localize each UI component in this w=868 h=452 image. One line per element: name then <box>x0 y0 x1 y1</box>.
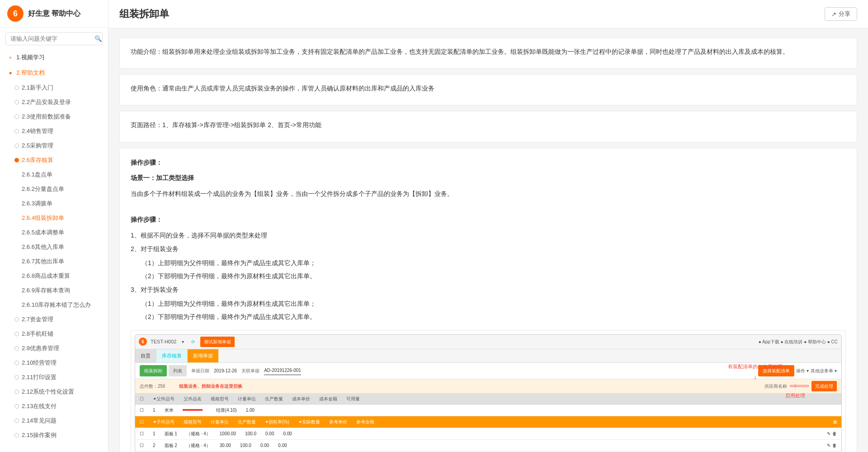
nav-subsub-label: 2.6.7其他出库单 <box>22 257 64 266</box>
row-val1: 1.00 <box>246 406 255 414</box>
sidebar-item-purchase[interactable]: 2.5采购管理 <box>0 138 108 153</box>
mock-refresh-icon: ⟳ <box>191 338 195 346</box>
brow2-check[interactable]: ☐ <box>140 441 144 450</box>
bcol-actual: ✦实际数量 <box>298 418 320 426</box>
mock-btn-list[interactable]: 列表 <box>169 365 187 376</box>
mock-dropdown-icon: ▾ <box>182 338 184 346</box>
sidebar-item-partial-stocktake[interactable]: 2.6.2分量盘点单 <box>0 182 108 196</box>
mock-tab-inventory[interactable]: 库存核算 <box>156 349 188 362</box>
dot-icon <box>14 404 19 409</box>
brow1-v2: 1000.00 <box>220 429 236 438</box>
mock-new-btn[interactable]: 测试新增单据 <box>200 337 235 347</box>
sidebar-item-stocktake[interactable]: 2.6.1盘点单 <box>0 167 108 182</box>
brow2-name: 面板 2 <box>165 441 177 450</box>
row-check[interactable]: ☐ <box>140 406 144 414</box>
nav-section: ＋ 1.视频学习 ● 2.帮助文档 2.1新手入门 2.2产品安装及登录 2.3… <box>0 50 108 442</box>
share-icon: ↗ <box>831 11 836 18</box>
nav-sub-label: 2.6库存核算 <box>22 156 53 164</box>
search-input[interactable] <box>6 33 91 45</box>
mock-table-row-top: ☐ 1 米米 结算(4.10) 1.00 <box>135 404 841 416</box>
sidebar-item-coupon[interactable]: 2.9优惠券管理 <box>0 341 108 356</box>
col-parent-code: ✦父件品号 <box>153 395 175 403</box>
sidebar-item-faq[interactable]: 2.14常见问题 <box>0 414 108 428</box>
sidebar-item-other-in[interactable]: 2.6.6其他入库单 <box>0 240 108 254</box>
brow1-check[interactable]: ☐ <box>140 429 144 438</box>
nav-sub-label: 2.12系统个性化设置 <box>22 388 74 396</box>
plus-icon: ＋ <box>7 54 14 61</box>
sidebar-item-mobile[interactable]: 2.8手机旺铺 <box>0 327 108 341</box>
sidebar-item-ledger-wrong[interactable]: 2.6.10库存账本错了怎么办 <box>0 298 108 312</box>
sidebar-item-capital[interactable]: 2.7资金管理 <box>0 312 108 327</box>
mock-btn-more[interactable]: 操作 ▾ <box>796 366 809 375</box>
mock-tab-home[interactable]: 自贡 <box>135 349 156 362</box>
sidebar-item-other-out[interactable]: 2.6.7其他出库单 <box>0 254 108 269</box>
sidebar-item-print[interactable]: 2.11打印设置 <box>0 370 108 385</box>
search-button[interactable]: 🔍 <box>91 33 103 45</box>
sidebar-item-online-pay[interactable]: 2.13在线支付 <box>0 399 108 414</box>
mock-confirm-btn[interactable]: 完成处理 <box>811 381 837 391</box>
nav-sub-label: 2.1新手入门 <box>22 84 53 92</box>
sidebar-item-assembly[interactable]: 2.6.4组装拆卸单 <box>0 211 108 225</box>
brow1-actions: ✎ 🗑 <box>827 429 837 438</box>
dot-icon <box>14 390 19 394</box>
brow1-delete[interactable]: 🗑 <box>832 429 837 438</box>
sidebar-item-inventory[interactable]: 2.6库存核算 <box>0 153 108 167</box>
step2-2: （2）下部明细为子件明细，最终作为原材料生成其它出库单。 <box>142 270 846 282</box>
nav-sub-label: 2.5采购管理 <box>22 142 53 150</box>
bcol-expand[interactable]: ⊠ <box>833 418 837 426</box>
annotation1-text: 有装配清单的在这里处理 <box>728 362 783 371</box>
sidebar-item-newbie[interactable]: 2.1新手入门 <box>0 81 108 95</box>
sidebar-item-system[interactable]: 2.12系统个性化设置 <box>0 385 108 399</box>
nav-sub-label: 2.11打印设置 <box>22 373 57 381</box>
mock-tab-new[interactable]: 新增单据 <box>188 349 218 362</box>
brow1-edit[interactable]: ✎ <box>827 429 830 438</box>
bcol-total: 参考金额 <box>356 418 374 426</box>
sidebar-item-video[interactable]: ＋ 1.视频学习 <box>0 50 108 65</box>
main-area: 组装拆卸单 ↗ 分享 功能介绍：组装拆卸单用来处理企业组装或拆卸等加工业务，支持… <box>108 0 868 452</box>
brow2-v3: 100.0 <box>240 441 251 450</box>
sidebar-item-docs[interactable]: ● 2.帮助文档 <box>0 65 108 81</box>
sidebar-item-install[interactable]: 2.2产品安装及登录 <box>0 95 108 109</box>
sidebar-item-cost-reset[interactable]: 2.6.8商品成本重算 <box>0 269 108 283</box>
dot-open-icon <box>14 158 19 162</box>
dot-icon <box>14 317 19 322</box>
sidebar-item-data-prep[interactable]: 2.3使用前数据准备 <box>0 109 108 124</box>
mock-btn-print[interactable]: 其他业务单 ▾ <box>811 366 837 375</box>
mock-date-val: 2019-12-26 <box>214 366 237 375</box>
mock-bottom-header: ☐ ✦子件品号 规格型号 计量单位 生产数量 ✦损耗率(%) ✦实际数量 参考单… <box>135 416 841 428</box>
brow1-v5: 0.00 <box>283 429 292 438</box>
main-header: 组装拆卸单 ↗ 分享 <box>108 0 868 29</box>
sidebar-header: 6 好生意 帮助中心 <box>0 0 108 28</box>
sidebar-item-label: 2.帮助文档 <box>16 69 45 77</box>
mock-btn-assembly[interactable]: 组装拆卸 <box>140 365 167 376</box>
brow2-edit[interactable]: ✎ <box>827 441 830 450</box>
brow2-v2: 30.00 <box>220 441 231 450</box>
mock-date-label: 单据日期 <box>191 366 209 375</box>
nav-subsub-label: 2.6.3调拨单 <box>22 200 52 208</box>
mock-bottom-row2: ☐ 2 面板 2 （规格 · 4） 30.00 100.0 0.00 0.00 … <box>135 440 841 452</box>
search-box[interactable]: 🔍 <box>5 32 103 45</box>
bcol-cost: 参考单价 <box>329 418 347 426</box>
sidebar-item-sales[interactable]: 2.4销售管理 <box>0 124 108 138</box>
sidebar-item-ledger-query[interactable]: 2.6.9库存账本查询 <box>0 283 108 298</box>
mock-app: 6 TEST-H002 ▾ ⟳ 测试新增单据 ● App下载 ● 在线培训 ● … <box>135 334 842 452</box>
sidebar-item-transfer[interactable]: 2.6.3调拨单 <box>0 196 108 211</box>
sidebar-item-cases[interactable]: 2.15操作案例 <box>0 428 108 442</box>
scenario-desc: 当由多个子件材料组装成一个成品的业务为【组装】业务，当由一个父件拆分成多个子产品… <box>131 188 846 200</box>
sidebar-item-operation[interactable]: 2.10经营管理 <box>0 356 108 370</box>
row-input-red[interactable] <box>183 409 203 411</box>
share-button[interactable]: ↗ 分享 <box>825 7 857 21</box>
brow1-v1: （规格 · 4） <box>186 429 211 438</box>
annotation3-arrow: ↓ <box>794 379 797 391</box>
nav-sub-label: 2.14常见问题 <box>22 417 57 425</box>
mock-batch-label: 供应商名称 <box>764 382 787 390</box>
roles-card: 使用角色：通常由生产人员或库管人员完成拆装业务的操作，库管人员确认原材料的出库和… <box>119 74 857 105</box>
bcol-unit: 生产数量 <box>238 418 256 426</box>
brow2-delete[interactable]: 🗑 <box>832 441 837 450</box>
nav-sub-label: 2.15操作案例 <box>22 431 57 439</box>
step1: 1、根据不同的业务，选择不同单据的类型来处理 <box>131 229 846 242</box>
intro-card: 功能介绍：组装拆卸单用来处理企业组装或拆卸等加工业务，支持有固定装配清单的产品加… <box>119 38 857 69</box>
nav-subsub-label: 2.6.2分量盘点单 <box>22 185 64 193</box>
mock-app-id: TEST-H002 <box>151 337 176 347</box>
sidebar-item-cost-adjust[interactable]: 2.6.5成本调整单 <box>0 225 108 240</box>
